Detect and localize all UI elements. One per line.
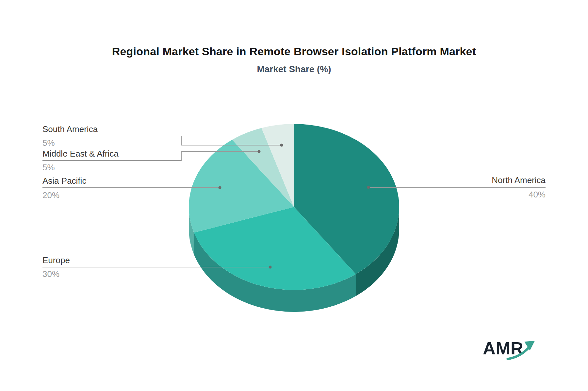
leader-dot-asia-pacific (219, 186, 221, 189)
leader-dot-south-america (280, 144, 283, 147)
trending-up-arrow-icon (503, 339, 539, 362)
amr-logo: AMR (483, 339, 555, 369)
label-asia-pacific: Asia Pacific (42, 177, 86, 185)
leader-dot-north-america (367, 186, 370, 189)
value-asia-pacific: 20% (42, 191, 59, 200)
value-europe: 30% (42, 270, 59, 279)
chart-canvas: Regional Market Share in Remote Browser … (0, 0, 588, 391)
leader-dot-europe (269, 266, 272, 269)
label-europe: Europe (42, 256, 70, 265)
value-north-america: 40% (399, 190, 546, 199)
value-south-america: 5% (42, 139, 55, 147)
label-north-america: North America (399, 176, 546, 185)
label-south-america: South America (42, 125, 98, 134)
value-middle-east-africa: 5% (42, 163, 55, 172)
label-middle-east-africa: Middle East & Africa (42, 149, 119, 158)
pie-slices (189, 124, 399, 290)
leader-dot-middle-east-africa (258, 150, 261, 153)
